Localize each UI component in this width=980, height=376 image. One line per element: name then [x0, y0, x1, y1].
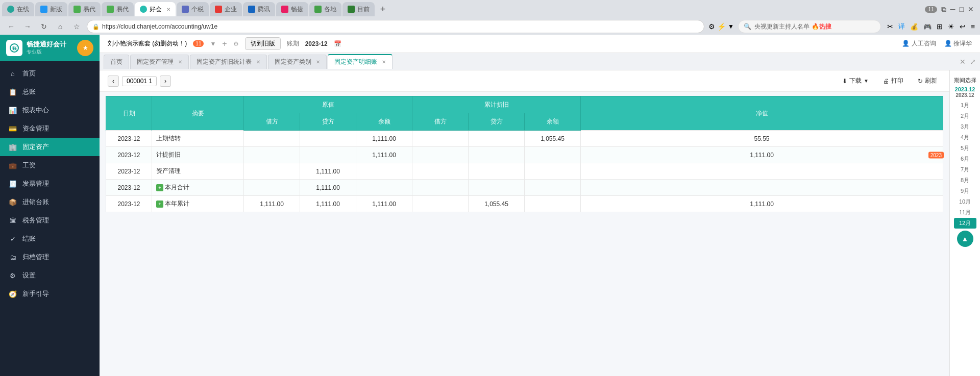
browser-tab-yidai2[interactable]: 易代 [102, 2, 134, 16]
next-page-btn[interactable]: › [160, 76, 171, 87]
sidebar-item-report[interactable]: 📊 报表中心 [0, 101, 100, 119]
month-1[interactable]: 1月 [954, 100, 976, 111]
table-row: 2023-12+ 本月合计1,111.00 [106, 180, 943, 196]
sidebar-item-invoice[interactable]: 🧾 发票管理 [0, 174, 100, 193]
page-tab-depreciation[interactable]: 固定资产折旧统计表 ✕ [190, 55, 267, 69]
new-tab-button[interactable]: + [376, 2, 390, 16]
sidebar-item-close-account[interactable]: ✓ 结账 [0, 230, 100, 248]
month-7[interactable]: 7月 [954, 164, 976, 175]
expand-panel-icon[interactable]: ⤢ [970, 58, 976, 66]
download-btn[interactable]: ⬇ 下载 ▼ [838, 74, 873, 87]
page-tab-home[interactable]: 首页 [104, 55, 129, 69]
dropdown-arrow-icon[interactable]: ▼ [210, 40, 216, 47]
settings-small-icon[interactable]: ⚙ [233, 40, 239, 47]
browser-tab-tencent[interactable]: 腾讯 [243, 2, 275, 16]
brightness-icon[interactable]: ☀ [948, 22, 954, 31]
menu-icon[interactable]: ≡ [971, 22, 975, 31]
sidebar-item-fund[interactable]: 💳 资金管理 [0, 119, 100, 138]
forward-button[interactable]: → [21, 20, 34, 33]
close-panel-icon[interactable]: ✕ [960, 58, 966, 66]
maximize-icon[interactable]: □ [960, 5, 964, 13]
month-5[interactable]: 5月 [954, 143, 976, 154]
browser-tab-qiye[interactable]: 企业 [210, 2, 242, 16]
browser-tab-changjie[interactable]: 畅捷 [276, 2, 308, 16]
month-8[interactable]: 8月 [954, 175, 976, 186]
back-button[interactable]: ← [5, 20, 17, 33]
close-window-icon[interactable]: ✕ [968, 5, 974, 13]
page-tab-close-asset-mgmt[interactable]: ✕ [178, 59, 182, 65]
extension-icon-1[interactable]: ⚙ [708, 22, 715, 31]
scroll-top-btn[interactable]: ▲ [957, 231, 973, 247]
th-date: 日期 [106, 96, 152, 131]
period-panel-title: 期间选择 [953, 74, 977, 86]
month-10[interactable]: 10月 [954, 196, 976, 207]
sidebar-star-btn[interactable]: ★ [77, 40, 93, 56]
page-tab-close-category[interactable]: ✕ [316, 59, 320, 65]
prev-page-btn[interactable]: ‹ [108, 76, 119, 87]
browser-tab-muqian[interactable]: 目前 [342, 2, 375, 16]
logo-icon: 账 [6, 40, 22, 56]
grid-icon[interactable]: ⊞ [937, 22, 943, 31]
right-panel: 期间选择 2023.12 2023.12 1月 2月 3月 4月 5月 6月 7… [949, 70, 980, 376]
table-header-row: 日期 摘要 原值 累计折旧 净值 [106, 96, 943, 114]
sidebar-item-ledger[interactable]: 📋 总账 [0, 83, 100, 101]
month-9[interactable]: 9月 [954, 186, 976, 196]
page-tab-asset-mgmt[interactable]: 固定资产管理 ✕ [130, 55, 189, 69]
month-11[interactable]: 11月 [954, 207, 976, 218]
sidebar-item-home[interactable]: ⌂ 首页 [0, 64, 100, 83]
wallet-icon[interactable]: 💰 [910, 23, 918, 31]
browser-tab-online[interactable]: 在线 [2, 2, 34, 16]
sidebar-item-archive[interactable]: 🗂 归档管理 [0, 248, 100, 266]
row-expand-icon[interactable]: + [156, 184, 163, 191]
home-button[interactable]: ⌂ [54, 20, 66, 33]
period-label: 账期 [287, 39, 299, 48]
month-2[interactable]: 2月 [954, 111, 976, 121]
translate-icon[interactable]: 译 [898, 22, 905, 31]
page-number-box[interactable]: 000001 1 [122, 76, 157, 86]
refresh-btn[interactable]: ↻ 刷新 [914, 74, 941, 87]
minimize-icon[interactable]: ─ [950, 5, 955, 13]
content-area: ‹ 000001 1 › ⬇ 下载 ▼ 🖨 打印 [100, 70, 980, 376]
sidebar-item-asset[interactable]: 🏢 固定资产 [0, 138, 100, 156]
switch-version-btn[interactable]: 切到旧版 [245, 37, 281, 50]
browser-tab-geshui[interactable]: 个税 [177, 2, 209, 16]
browser-tab-haohui[interactable]: 好会 ✕ [135, 2, 176, 16]
toolbar-actions: ⬇ 下载 ▼ 🖨 打印 ↻ 刷新 [838, 74, 941, 87]
month-3[interactable]: 3月 [954, 121, 976, 132]
sidebar-item-guide[interactable]: 🧭 新手引导 [0, 285, 100, 303]
cut-icon[interactable]: ✂ [887, 22, 893, 31]
dropdown-icon[interactable]: ▼ [728, 23, 734, 30]
browser-tab-new[interactable]: 新版 [35, 2, 67, 16]
salary-icon: 💼 [8, 161, 17, 170]
browser-tab-gedi[interactable]: 各地 [309, 2, 341, 16]
sidebar-item-tax[interactable]: 🏛 税务管理 [0, 211, 100, 230]
url-bar[interactable]: 🔒 https://cloud.chanjet.com/accounting/u… [87, 20, 704, 33]
svg-text:账: 账 [12, 46, 17, 51]
page-tab-close-depreciation[interactable]: ✕ [256, 59, 260, 65]
page-tab-category[interactable]: 固定资产类别 ✕ [268, 55, 327, 69]
sidebar-item-stock[interactable]: 📦 进销台账 [0, 193, 100, 211]
page-tab-detail-ledger[interactable]: 固定资产明细账 ✕ [328, 54, 393, 69]
browser-tab-close[interactable]: ✕ [166, 7, 170, 12]
reload-button[interactable]: ↻ [38, 20, 50, 33]
sidebar-item-salary[interactable]: 💼 工资 [0, 156, 100, 174]
user-text[interactable]: 👤 徐译华 [944, 39, 972, 48]
calendar-icon[interactable]: 📅 [334, 40, 341, 47]
browser-tab-yidai1[interactable]: 易代 [68, 2, 101, 16]
sidebar-item-settings[interactable]: ⚙ 设置 [0, 266, 100, 285]
month-12[interactable]: 12月 [954, 218, 976, 229]
sidebar-nav: ⌂ 首页 📋 总账 📊 报表中心 💳 资金管理 🏢 固定资产 💼 工资 [0, 61, 100, 376]
help-text[interactable]: 👤 人工咨询 [902, 39, 936, 48]
month-6[interactable]: 6月 [954, 154, 976, 164]
game-icon[interactable]: 🎮 [923, 23, 932, 31]
extension-icon-2[interactable]: ⚡ [717, 22, 726, 31]
undo-icon[interactable]: ↩ [960, 22, 966, 31]
restore-window-icon[interactable]: ⧉ [941, 5, 946, 14]
print-btn[interactable]: 🖨 打印 [879, 74, 908, 87]
page-tab-close-detail-ledger[interactable]: ✕ [382, 59, 386, 65]
bookmark-button[interactable]: ☆ [70, 20, 83, 33]
month-4[interactable]: 4月 [954, 132, 976, 143]
add-account-icon[interactable]: + [222, 39, 227, 48]
search-box[interactable]: 🔍 央视更新主持人名单 🔥热搜 [738, 20, 881, 33]
row-expand-icon[interactable]: + [156, 200, 163, 208]
